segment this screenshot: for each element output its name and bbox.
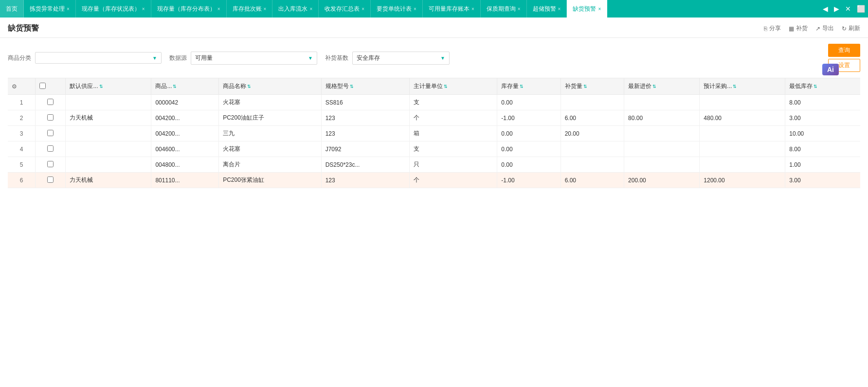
col-header-unit[interactable]: 主计量单位⇅: [410, 78, 497, 95]
tab-home[interactable]: 首页: [0, 0, 24, 18]
cell-product-code: 0000042: [151, 95, 219, 110]
col-header-min_stock[interactable]: 最低库存⇅: [785, 78, 860, 95]
tab-close-available-ledger[interactable]: ×: [471, 6, 474, 12]
tab-close-inventory-status[interactable]: ×: [142, 6, 145, 12]
cell-product-code: 004800...: [151, 157, 219, 173]
tab-in-out-flow[interactable]: 出入库流水×: [272, 0, 319, 18]
col-header-stock[interactable]: 库存量⇅: [497, 78, 561, 95]
table-row: 5004800...离合片DS250*23c...只0.001.00: [8, 157, 860, 173]
replenish-button[interactable]: ▦ 补货: [789, 24, 808, 33]
sort-icon-spec: ⇅: [350, 84, 354, 89]
sort-icon-default_supplier: ⇅: [99, 84, 103, 89]
share-icon: ⎘: [764, 25, 767, 32]
header-actions: ⎘ 分享 ▦ 补货 ↗ 导出 ↻ 刷新: [764, 24, 860, 33]
tab-close-defect-handling[interactable]: ×: [67, 6, 70, 12]
col-header-latest_price[interactable]: 最新进价⇅: [624, 78, 700, 95]
cell-est-purchase: [700, 157, 785, 173]
tab-close-overstock[interactable]: ×: [558, 6, 561, 12]
tab-overstock[interactable]: 超储预警×: [527, 0, 567, 18]
sort-icon-unit: ⇅: [444, 84, 448, 89]
table-row: 6力天机械801110...PC200张紧油缸123个-1.006.00200.…: [8, 173, 860, 188]
close-tab-button[interactable]: ✕: [842, 5, 854, 13]
replenish-base-label: 补货基数: [325, 54, 348, 62]
tab-close-expiry-query[interactable]: ×: [518, 6, 521, 12]
share-button[interactable]: ⎘ 分享: [764, 24, 781, 33]
cell-checkbox[interactable]: [36, 95, 66, 110]
next-tab-arrow[interactable]: ▶: [831, 5, 842, 13]
row-checkbox[interactable]: [47, 145, 54, 152]
cell-replenish-qty: [561, 141, 624, 157]
tab-receive-summary[interactable]: 收发存汇总表×: [319, 0, 371, 18]
cell-supplier: [66, 141, 151, 157]
col-header-product_name[interactable]: 商品名称⇅: [219, 78, 321, 95]
col-header-est_purchase[interactable]: 预计采购...⇅: [700, 78, 785, 95]
col-header-replenish_qty[interactable]: 补货量⇅: [561, 78, 624, 95]
category-filter-group: 商品分类 ▼: [8, 52, 162, 64]
replenish-base-select[interactable]: 安全库存 ▼: [352, 52, 450, 65]
cell-checkbox[interactable]: [36, 126, 66, 141]
tab-close-demand-stats[interactable]: ×: [414, 6, 416, 12]
cell-latest-price: [624, 141, 700, 157]
tab-available-ledger[interactable]: 可用量库存账本×: [423, 0, 481, 18]
cell-replenish-qty: [561, 157, 624, 173]
cell-unit: 个: [410, 110, 497, 126]
replenish-icon: ▦: [789, 25, 794, 32]
tab-demand-stats[interactable]: 要货单统计表×: [371, 0, 423, 18]
query-button[interactable]: 查询: [828, 44, 860, 57]
maximize-button[interactable]: ⬜: [854, 5, 868, 13]
export-button[interactable]: ↗ 导出: [815, 24, 834, 33]
tab-close-inventory-dist[interactable]: ×: [217, 6, 220, 12]
col-header-product_code[interactable]: 商品...⇅: [151, 78, 219, 95]
tab-batch-account[interactable]: 库存批次账×: [227, 0, 273, 18]
replenish-base-chevron-icon: ▼: [440, 55, 445, 61]
row-checkbox[interactable]: [47, 130, 54, 136]
cell-checkbox[interactable]: [36, 110, 66, 126]
cell-est-purchase: 1200.00: [700, 173, 785, 188]
cell-checkbox[interactable]: [36, 141, 66, 157]
tab-label-in-out-flow: 出入库流水: [278, 5, 307, 13]
col-header-spec[interactable]: 规格型号⇅: [321, 78, 410, 95]
tab-defect-handling[interactable]: 拣货异常处理×: [24, 0, 76, 18]
cell-stock: -1.00: [497, 110, 561, 126]
refresh-button[interactable]: ↻ 刷新: [842, 24, 860, 33]
select-all-checkbox[interactable]: [39, 83, 46, 89]
page-title: 缺货预警: [8, 23, 39, 34]
row-checkbox[interactable]: [47, 99, 54, 105]
datasource-select[interactable]: 可用量 ▼: [191, 52, 317, 65]
top-navigation: 首页拣货异常处理×现存量（库存状况表）×现存量（库存分布表）×库存批次账×出入库…: [0, 0, 868, 18]
tab-close-batch-account[interactable]: ×: [264, 6, 267, 12]
prev-tab-arrow[interactable]: ◀: [820, 5, 831, 13]
cell-latest-price: [624, 95, 700, 110]
row-checkbox[interactable]: [47, 161, 54, 167]
cell-min-stock: 10.00: [785, 126, 860, 141]
row-checkbox[interactable]: [47, 176, 54, 183]
cell-product-name: 火花塞: [219, 141, 321, 157]
row-checkbox[interactable]: [47, 114, 54, 121]
cell-row-num: 1: [8, 95, 36, 110]
tab-label-receive-summary: 收发存汇总表: [325, 5, 360, 13]
tab-label-inventory-dist: 现存量（库存分布表）: [157, 5, 216, 13]
refresh-icon: ↻: [842, 25, 847, 32]
tab-inventory-status[interactable]: 现存量（库存状况表）×: [76, 0, 151, 18]
cell-checkbox[interactable]: [36, 173, 66, 188]
ai-badge[interactable]: Ai: [822, 64, 839, 75]
cell-row-num: 5: [8, 157, 36, 173]
category-select[interactable]: ▼: [35, 52, 162, 64]
sort-icon-stock: ⇅: [520, 84, 524, 89]
tab-shortage[interactable]: 缺货预警×: [567, 0, 607, 18]
cell-supplier: [66, 126, 151, 141]
cell-checkbox[interactable]: [36, 157, 66, 173]
tab-inventory-dist[interactable]: 现存量（库存分布表）×: [151, 0, 227, 18]
cell-unit: 箱: [410, 126, 497, 141]
sort-icon-min_stock: ⇅: [814, 84, 817, 89]
cell-spec: 123: [321, 126, 410, 141]
tab-close-in-out-flow[interactable]: ×: [309, 6, 312, 12]
col-header-default_supplier[interactable]: 默认供应...⇅: [66, 78, 151, 95]
gear-icon[interactable]: ⚙: [12, 83, 17, 90]
cell-stock: 0.00: [497, 141, 561, 157]
tab-expiry-query[interactable]: 保质期查询×: [481, 0, 527, 18]
tab-close-shortage[interactable]: ×: [598, 6, 601, 12]
sort-icon-replenish_qty: ⇅: [583, 84, 587, 89]
sort-icon-latest_price: ⇅: [652, 84, 656, 89]
tab-close-receive-summary[interactable]: ×: [362, 6, 364, 12]
